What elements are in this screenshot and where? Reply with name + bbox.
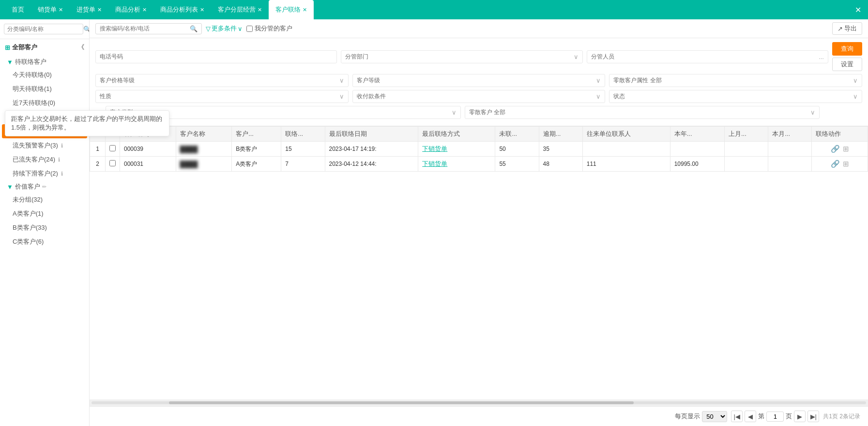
settings-button[interactable]: 设置	[832, 58, 862, 71]
sidebar-item-lost-predicted[interactable]: 流失预警客户(3) ℹ	[0, 139, 89, 153]
cell-thisyear-1	[670, 142, 724, 157]
more-conditions-btn[interactable]: ▽ 更多条件 ∨	[206, 24, 243, 33]
customers-table: ⚙ 客户编码 客户名称 客户... 联络... 最后联络日期 最后联络方式 未联…	[90, 126, 868, 172]
data-table-container: ⚙ 客户编码 客户名称 客户... 联络... 最后联络日期 最后联络方式 未联…	[90, 126, 868, 399]
close-sales[interactable]: ✕	[59, 0, 63, 19]
action-grid-icon-2[interactable]: ⊞	[843, 160, 849, 168]
export-icon: ↗	[838, 25, 843, 32]
close-all-tabs[interactable]: ✕	[855, 5, 861, 15]
collapse-icon[interactable]: 《	[78, 43, 84, 52]
filter-dept[interactable]: 分管部门 ∨	[341, 50, 582, 63]
filter-price-level[interactable]: 客户价格等级 ∨	[95, 74, 349, 87]
close-customer-segment[interactable]: ✕	[258, 0, 262, 19]
query-button[interactable]: 查询	[832, 42, 862, 56]
action-link-icon-1[interactable]: 🔗	[831, 145, 840, 153]
sidebar-search-input[interactable]	[4, 24, 83, 34]
nav-analysis[interactable]: 商品分析 ✕	[108, 0, 153, 19]
cell-overdue-1: 35	[539, 142, 582, 157]
group-pending-contact[interactable]: ▼ 待联络客户	[0, 56, 89, 68]
page-input[interactable]	[766, 411, 784, 422]
sidebar-search-button[interactable]: 🔍	[83, 23, 90, 35]
cell-lastdate-1: 2023-04-17 14:19:	[325, 142, 418, 157]
dots-manager[interactable]: ...	[819, 53, 824, 60]
last-page-btn[interactable]: ▶|	[807, 411, 819, 422]
sidebar-item-unclassified[interactable]: 未分组(32)	[0, 193, 89, 207]
chevron-status: ∨	[853, 93, 858, 100]
nav-customer-segment[interactable]: 客户分层经营 ✕	[211, 0, 269, 19]
nav-purchase[interactable]: 进货单 ✕	[70, 0, 108, 19]
prev-page-btn[interactable]: ◀	[745, 411, 756, 422]
cell-lastmethod-1[interactable]: 下销货单	[418, 142, 495, 157]
sidebar-item-today[interactable]: 今天待联络(0)	[0, 68, 89, 82]
filter-manager[interactable]: 分管人员 ...	[587, 50, 828, 63]
table-row: 1 000039 ████ B类客户 15 2023-04-17 14:19: …	[90, 142, 868, 157]
filter-gender[interactable]: 性质 ∨	[95, 90, 349, 103]
top-nav: 首页 销货单 ✕ 进货单 ✕ 商品分析 ✕ 商品分析列表 ✕ 客户分层经营 ✕ …	[0, 0, 868, 19]
filter-retail-all[interactable]: 零散客户 全部 ∨	[465, 106, 820, 119]
my-customers-checkbox[interactable]	[246, 26, 253, 32]
group-value-customers[interactable]: ▼ 价值客户 ✏	[0, 180, 89, 193]
chevron-gender: ∨	[339, 93, 344, 100]
sidebar-item-classC[interactable]: C类客户(6)	[0, 235, 89, 249]
close-analysis-list[interactable]: ✕	[200, 0, 204, 19]
nav-sales[interactable]: 销货单 ✕	[31, 0, 70, 19]
content-area: 🔍 ▽ 更多条件 ∨ 我分管的客户 ↗ 导出 电话号码	[90, 19, 868, 426]
per-page-select[interactable]: 50 100 200	[702, 411, 727, 422]
tooltip-box: 距客户上次交易时长，超过了此客户的平均交易周期的1.5倍，则视为异常。	[5, 110, 169, 136]
filter-payment[interactable]: 收付款条件 ∨	[352, 90, 606, 103]
search-icon[interactable]: 🔍	[190, 25, 198, 32]
cell-checkbox-2	[106, 157, 120, 172]
cell-lastmethod-2[interactable]: 下销货单	[418, 157, 495, 172]
col-lastmonth-header: 上月...	[724, 127, 768, 142]
col-unread-header: 未联...	[495, 127, 539, 142]
chevron-customer-level: ∨	[596, 77, 601, 84]
sidebar-item-tomorrow[interactable]: 明天待联络(1)	[0, 82, 89, 96]
edit-icon[interactable]: ✏	[42, 184, 46, 190]
cell-type-1: B类客户	[232, 142, 281, 157]
horizontal-scrollbar[interactable]	[90, 399, 868, 406]
sidebar-item-classA[interactable]: A类客户(1)	[0, 207, 89, 221]
close-purchase[interactable]: ✕	[97, 0, 102, 19]
filter-phone[interactable]: 电话号码	[95, 50, 337, 63]
cell-name-1: ████	[176, 142, 232, 157]
col-thismonth-header: 本月...	[768, 127, 812, 142]
col-overdue-header: 逾期...	[539, 127, 582, 142]
all-customers-title[interactable]: ⊞ 全部客户 《	[0, 39, 89, 56]
grid-icon: ⊞	[5, 44, 10, 51]
scroll-thumb[interactable]	[169, 401, 634, 404]
sidebar-item-classB[interactable]: B类客户(33)	[0, 221, 89, 235]
advanced-filter: 电话号码 分管部门 ∨ 分管人员 ... 查询 设置 客户价格等级	[90, 38, 868, 126]
next-page-btn[interactable]: ▶	[794, 411, 806, 422]
row1-checkbox[interactable]	[109, 145, 116, 151]
close-analysis[interactable]: ✕	[142, 0, 147, 19]
filter-customer-level[interactable]: 客户等级 ∨	[352, 74, 606, 87]
filter-status[interactable]: 状态 ∨	[609, 90, 862, 103]
my-customers-filter: 我分管的客户	[246, 24, 292, 33]
cell-thismonth-1	[768, 142, 812, 157]
action-buttons: 查询 设置	[832, 42, 862, 71]
cell-code-2: 000031	[120, 157, 176, 172]
search-input[interactable]	[100, 25, 190, 32]
cell-lastmonth-1	[724, 142, 768, 157]
action-link-icon-2[interactable]: 🔗	[831, 160, 840, 168]
cell-type-2: A类客户	[232, 157, 281, 172]
export-button[interactable]: ↗ 导出	[832, 22, 862, 35]
nav-analysis-list[interactable]: 商品分析列表 ✕	[153, 0, 211, 19]
close-customer-contact[interactable]: ✕	[303, 0, 307, 19]
filter-row-4: ... 客户类型 ∨ 零散客户 全部 ∨	[95, 106, 862, 119]
sidebar-item-lost[interactable]: 已流失客户(24) ℹ	[0, 153, 89, 167]
nav-customer-contact[interactable]: 客户联络 ✕	[269, 0, 314, 19]
triangle-icon: ▼	[7, 59, 13, 66]
row2-checkbox[interactable]	[109, 160, 116, 166]
cell-unitcontact-1	[582, 142, 670, 157]
action-grid-icon-1[interactable]: ⊞	[843, 145, 849, 153]
nav-home[interactable]: 首页	[5, 0, 31, 19]
filter-retail-attr[interactable]: 零散客户属性 全部 ∨	[609, 74, 862, 87]
first-page-btn[interactable]: |◀	[731, 411, 743, 422]
info-icon-lost-predicted: ℹ	[61, 143, 63, 148]
sidebar-item-7days[interactable]: 近7天待联络(0)	[0, 96, 89, 110]
cell-lastdate-2: 2023-04-12 14:44:	[325, 157, 418, 172]
sidebar-item-declining[interactable]: 持续下滑客户(2) ℹ	[0, 167, 89, 181]
filter-bar: 🔍 ▽ 更多条件 ∨ 我分管的客户 ↗ 导出	[90, 19, 868, 38]
info-icon-declining: ℹ	[61, 171, 63, 176]
